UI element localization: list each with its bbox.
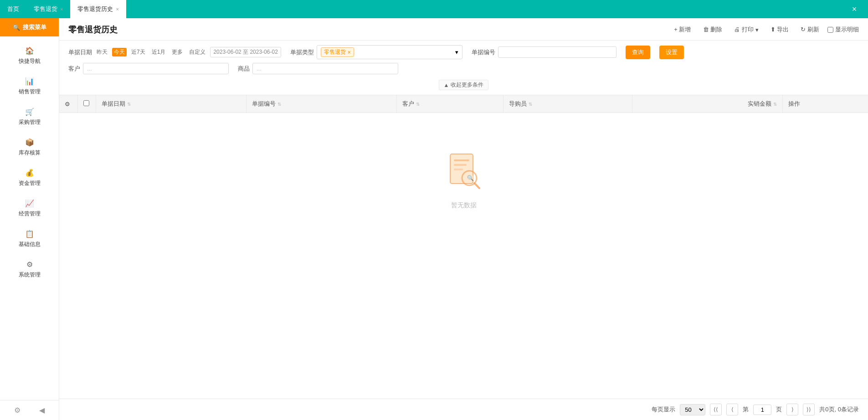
sidebar-item-0[interactable]: 🏠 快捷导航 (0, 40, 59, 71)
window-close-button[interactable]: × (848, 3, 861, 15)
page-next-button[interactable]: ⟩ (786, 404, 798, 415)
th-guide-sort[interactable]: 导购员 ⇅ (509, 100, 626, 108)
display-detail-label: 显示明细 (835, 26, 859, 34)
print-button[interactable]: 🖨 打印 ▾ (730, 24, 762, 36)
date-shortcut-custom[interactable]: 自定义 (187, 48, 207, 56)
sidebar-search-button[interactable]: 🔍 搜索菜单 (0, 18, 59, 36)
th-amount-sort[interactable]: 实销金额 ⇅ (638, 100, 777, 108)
sidebar-item-5[interactable]: 📈 经营管理 (0, 193, 59, 223)
th-actions-label: 操作 (788, 100, 800, 107)
sidebar-item-2[interactable]: 🛒 采购管理 (0, 101, 59, 132)
sidebar-icon-7: ⚙ (25, 259, 35, 269)
page-first-button[interactable]: ⟨⟨ (710, 404, 722, 415)
filter-area: 单据日期 昨天 今天 近7天 近1月 更多 自定义 2023-06-02 至 2… (59, 41, 868, 95)
settings-table-icon[interactable]: ⚙ (65, 101, 70, 108)
date-filter: 单据日期 昨天 今天 近7天 近1月 更多 自定义 2023-06-02 至 2… (68, 47, 281, 57)
page-header: 零售退货历史 + 新增 🗑 删除 🖨 打印 ▾ ⬆ 导出 (59, 18, 868, 41)
sidebar-item-3[interactable]: 📦 库存核算 (0, 132, 59, 162)
refresh-button[interactable]: ↻ 刷新 (797, 24, 823, 36)
tab-close-icon[interactable]: × (60, 6, 63, 12)
tab-close-icon[interactable]: × (116, 6, 118, 12)
settings-button[interactable]: 设置 (659, 46, 684, 59)
svg-rect-1 (454, 159, 469, 161)
sidebar-item-1[interactable]: 📊 销售管理 (0, 71, 59, 101)
select-all-checkbox[interactable] (83, 100, 89, 106)
new-label: + 新增 (674, 26, 691, 34)
tab-零售退货历史[interactable]: 零售退货历史× (70, 0, 126, 18)
date-shortcut-1month[interactable]: 近1月 (150, 48, 168, 56)
date-shortcut-today[interactable]: 今天 (112, 48, 127, 56)
th-guide-label: 导购员 (509, 100, 527, 108)
sidebar-icon-3: 📦 (25, 137, 35, 147)
sidebar-menu: 🏠 快捷导航 📊 销售管理 🛒 采购管理 📦 库存核算 💰 资金管理 📈 经营管… (0, 36, 59, 400)
page-size-label: 每页显示 (652, 405, 675, 414)
customer-filter: 客户 ... (68, 63, 229, 74)
main-layout: 🔍 搜索菜单 🏠 快捷导航 📊 销售管理 🛒 采购管理 📦 库存核算 💰 资金管… (0, 18, 868, 420)
number-filter-label: 单据编号 (472, 48, 495, 56)
type-filter-label: 单据类型 (290, 48, 314, 56)
page-title: 零售退货历史 (68, 24, 118, 35)
type-select-arrow-icon: ▾ (455, 49, 458, 56)
query-button[interactable]: 查询 (626, 46, 650, 59)
th-checkbox (77, 95, 96, 113)
page-number-input[interactable] (753, 405, 771, 415)
table-body: 🔍 暂无数据 (59, 113, 868, 246)
sidebar-label-3: 库存核算 (19, 149, 41, 157)
tab-首页[interactable]: 首页 (0, 0, 26, 18)
sidebar-icon-2: 🛒 (25, 107, 35, 117)
top-bar-right: × (848, 3, 868, 15)
export-button[interactable]: ⬆ 导出 (767, 24, 793, 36)
collapse-filter-button[interactable]: ▲ 收起更多条件 (439, 80, 489, 90)
print-label: 🖨 打印 (734, 26, 754, 34)
th-amount-label: 实销金额 (748, 100, 771, 108)
page-last-button[interactable]: ⟩⟩ (803, 404, 815, 415)
display-detail-checkbox[interactable]: 显示明细 (827, 26, 859, 34)
date-shortcuts: 昨天 今天 近7天 近1月 更多 自定义 (95, 48, 207, 56)
collapse-up-icon: ▲ (444, 82, 449, 88)
type-tag-label: 零售退货 (324, 48, 346, 56)
sidebar-label-6: 基础信息 (19, 241, 41, 248)
customer-placeholder: ... (87, 65, 92, 72)
collapse-sidebar-icon[interactable]: ◀ (39, 406, 45, 415)
sidebar-item-6[interactable]: 📋 基础信息 (0, 223, 59, 254)
delete-button[interactable]: 🗑 删除 (699, 24, 726, 36)
th-customer-sort[interactable]: 客户 ⇅ (402, 100, 498, 108)
type-filter-select[interactable]: 零售退货 × ▾ (317, 45, 462, 59)
new-button[interactable]: + 新增 (670, 24, 694, 36)
goods-filter-select[interactable]: ... (252, 63, 398, 74)
print-arrow-icon: ▾ (755, 26, 759, 33)
sidebar-icon-4: 💰 (25, 168, 35, 178)
sidebar-item-4[interactable]: 💰 资金管理 (0, 162, 59, 193)
table-header-row: ⚙ 单据日期 ⇅ 单据编号 (59, 95, 868, 113)
number-sort-icon: ⇅ (277, 102, 281, 107)
customer-filter-select[interactable]: ... (83, 63, 229, 74)
type-filter: 单据类型 零售退货 × ▾ (290, 45, 462, 59)
svg-rect-2 (454, 164, 467, 166)
date-range-input[interactable]: 2023-06-02 至 2023-06-02 (210, 47, 281, 57)
date-shortcut-more[interactable]: 更多 (170, 48, 185, 56)
page-prev-button[interactable]: ⟨ (726, 404, 738, 415)
date-shortcut-7days[interactable]: 近7天 (129, 48, 147, 56)
number-filter: 单据编号 (472, 46, 616, 58)
th-date: 单据日期 ⇅ (96, 95, 246, 113)
sidebar-search-label: 搜索菜单 (23, 23, 46, 31)
number-filter-input[interactable] (498, 46, 616, 58)
data-table: ⚙ 单据日期 ⇅ 单据编号 (59, 95, 868, 246)
goods-filter: 商品 ... (238, 63, 398, 74)
page-title-row: 零售退货历史 + 新增 🗑 删除 🖨 打印 ▾ ⬆ 导出 (68, 24, 859, 36)
th-date-sort[interactable]: 单据日期 ⇅ (102, 100, 241, 108)
date-shortcut-yesterday[interactable]: 昨天 (95, 48, 109, 56)
th-customer-label: 客户 (402, 100, 414, 108)
type-tag-close-icon[interactable]: × (348, 49, 351, 56)
display-detail-check[interactable] (827, 27, 833, 33)
type-filter-value: 零售退货 × (321, 47, 354, 57)
goods-filter-label: 商品 (238, 65, 250, 73)
sidebar-icon-1: 📊 (25, 76, 35, 86)
settings-bottom-icon[interactable]: ⚙ (14, 406, 21, 415)
sidebar-label-4: 资金管理 (19, 179, 41, 187)
page-size-select[interactable]: 50 100 200 (680, 404, 705, 415)
th-number-sort[interactable]: 单据编号 ⇅ (252, 100, 391, 108)
date-range-value: 2023-06-02 至 2023-06-02 (213, 49, 277, 55)
sidebar-item-7[interactable]: ⚙ 系统管理 (0, 254, 59, 284)
tab-零售退货[interactable]: 零售退货× (26, 0, 70, 18)
